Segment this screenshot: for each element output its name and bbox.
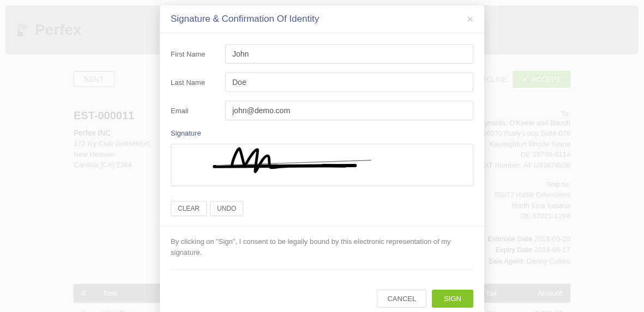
email-label: Email [171,107,225,115]
email-row: Email [171,101,473,120]
last-name-label: Last Name [171,78,225,87]
first-name-input[interactable] [225,44,473,64]
last-name-input[interactable] [225,72,473,92]
sign-button[interactable]: SIGN [432,290,473,308]
signature-buttons: CLEAR UNDO [171,201,473,216]
modal-title: Signature & Confirmation Of Identity [171,14,319,25]
cancel-button[interactable]: CANCEL [377,290,426,308]
modal-header: Signature & Confirmation Of Identity × [160,5,484,33]
signature-label: Signature [171,129,473,137]
first-name-row: First Name [171,44,473,64]
signature-drawing [171,144,473,186]
close-icon: × [467,13,473,25]
last-name-row: Last Name [171,72,473,92]
consent-text: By clicking on "Sign", I consent to be l… [171,227,473,270]
undo-button[interactable]: UNDO [210,201,243,216]
signature-pad[interactable] [171,144,473,186]
close-button[interactable]: × [467,14,473,25]
first-name-label: First Name [171,50,225,58]
clear-button[interactable]: CLEAR [171,201,207,216]
modal-footer: CANCEL SIGN [160,281,484,312]
email-input[interactable] [225,101,473,120]
modal-body: First Name Last Name Email Signature [160,33,484,281]
modal-overlay: Signature & Confirmation Of Identity × F… [0,0,644,312]
signature-modal: Signature & Confirmation Of Identity × F… [160,5,484,312]
sig-dot: . [171,192,473,198]
